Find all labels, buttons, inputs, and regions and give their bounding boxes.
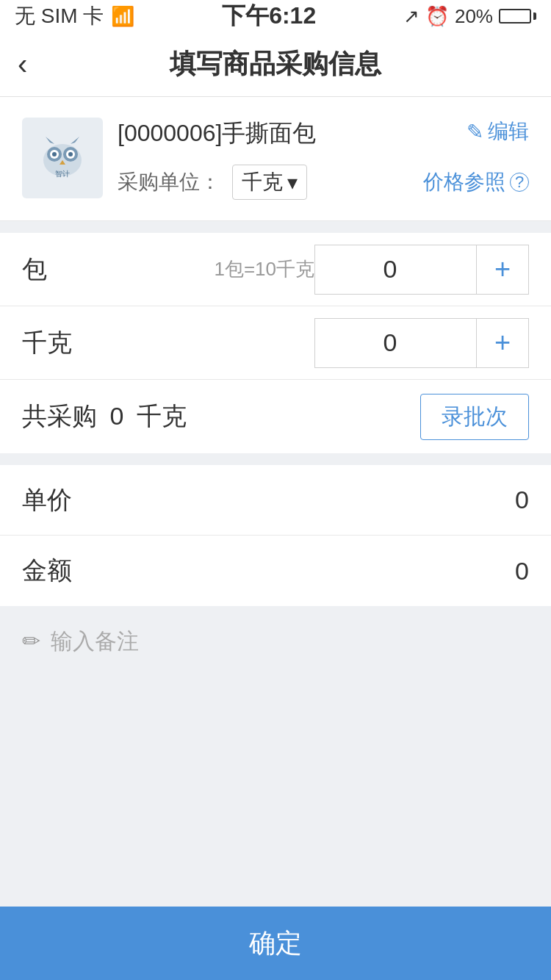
alarm-icon: ⏰ — [425, 5, 449, 28]
product-card: 智计 [0000006]手撕面包 ✎ 编辑 采购单位： 千克 ▾ 价格参照 ? — [0, 97, 551, 221]
unit-label: 采购单位： — [118, 168, 220, 196]
nav-bar: ‹ 填写商品采购信息 — [0, 32, 551, 97]
help-icon: ? — [510, 173, 529, 192]
amount-label: 金额 — [22, 554, 72, 588]
kg-plus-button[interactable]: + — [476, 318, 529, 368]
page-title: 填写商品采购信息 — [170, 46, 381, 82]
confirm-button[interactable]: 确定 — [0, 907, 551, 980]
price-ref-button[interactable]: 价格参照 ? — [423, 168, 529, 196]
batch-button[interactable]: 录批次 — [420, 394, 529, 440]
bao-unit: 1包=10千克 — [214, 256, 314, 282]
bao-input-row: 包 1包=10千克 + — [0, 233, 551, 306]
bao-label: 包 — [22, 253, 206, 287]
remark-placeholder: 输入备注 — [51, 627, 139, 657]
svg-marker-8 — [46, 137, 54, 144]
bao-input-wrap: + — [314, 245, 529, 295]
back-button[interactable]: ‹ — [18, 48, 27, 81]
bao-plus-button[interactable]: + — [476, 245, 529, 295]
section-divider-1 — [0, 221, 551, 233]
wifi-icon: 📶 — [111, 5, 134, 28]
location-icon: ↗ — [403, 5, 419, 28]
kg-input[interactable] — [314, 318, 476, 368]
no-sim-text: 无 SIM 卡 — [15, 2, 104, 30]
kg-input-row: 千克 + — [0, 306, 551, 380]
kg-input-wrap: + — [314, 318, 529, 368]
input-section: 包 1包=10千克 + 千克 + 共采购 0 千克 录批次 — [0, 233, 551, 453]
kg-label: 千克 — [22, 326, 314, 360]
svg-point-6 — [68, 152, 73, 156]
bao-input[interactable] — [314, 245, 476, 295]
svg-marker-9 — [71, 137, 79, 144]
summary-row: 共采购 0 千克 录批次 — [0, 380, 551, 453]
section-divider-2 — [0, 453, 551, 465]
status-time: 下午6:12 — [222, 0, 316, 32]
edit-button[interactable]: ✎ 编辑 — [467, 118, 529, 145]
unit-price-row: 单价 0 — [0, 465, 551, 536]
battery-icon — [499, 9, 536, 24]
product-info: [0000006]手撕面包 ✎ 编辑 采购单位： 千克 ▾ 价格参照 ? — [118, 118, 529, 200]
unit-dropdown[interactable]: 千克 ▾ — [232, 165, 307, 200]
amount-row: 金额 0 — [0, 536, 551, 606]
summary-quantity: 0 — [109, 402, 123, 430]
product-logo: 智计 — [37, 132, 88, 184]
unit-price-value: 0 — [515, 486, 529, 514]
price-section: 单价 0 金额 0 — [0, 465, 551, 606]
confirm-label: 确定 — [249, 926, 302, 962]
pencil-icon: ✏ — [22, 628, 40, 654]
svg-point-5 — [52, 152, 57, 156]
edit-icon: ✎ — [467, 120, 483, 144]
summary-text: 共采购 0 千克 — [22, 400, 187, 433]
remark-section[interactable]: ✏ 输入备注 — [0, 606, 551, 738]
product-name: [0000006]手撕面包 — [118, 118, 467, 150]
unit-price-label: 单价 — [22, 483, 72, 517]
status-bar: 无 SIM 卡 📶 下午6:12 ↗ ⏰ 20% — [0, 0, 551, 32]
svg-text:智计: 智计 — [55, 170, 70, 178]
battery-text: 20% — [455, 5, 493, 28]
amount-value: 0 — [515, 557, 529, 586]
product-thumbnail: 智计 — [22, 118, 103, 198]
